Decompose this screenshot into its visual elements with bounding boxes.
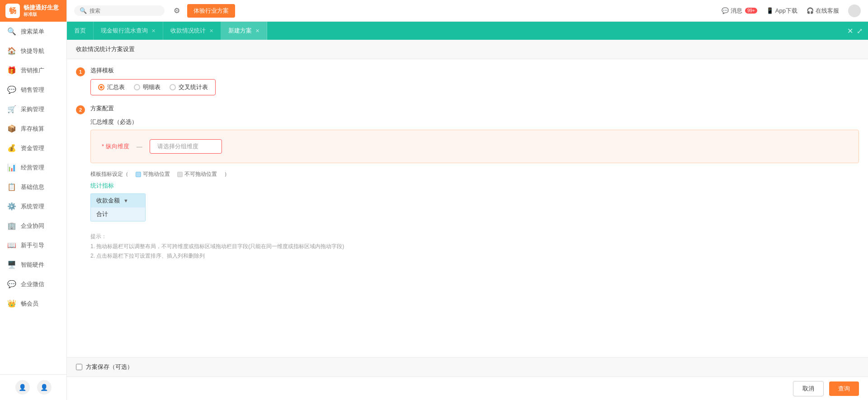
sidebar-item-guide[interactable]: 📖 新手引导: [0, 235, 66, 255]
sidebar-item-corp[interactable]: 🏢 企业协同: [0, 216, 66, 235]
sidebar-item-inventory[interactable]: 📦 库存核算: [0, 119, 66, 138]
sidebar-item-hardware[interactable]: 🖥️ 智能硬件: [0, 255, 66, 274]
sidebar-item-search-menu[interactable]: 🔍 搜索菜单: [0, 22, 66, 41]
sidebar-item-label: 系统管理: [21, 202, 44, 211]
query-button[interactable]: 查询: [829, 381, 859, 396]
marketing-icon: 🎁: [7, 66, 16, 75]
template-radio-group: 汇总表 明细表 交叉统计表: [98, 83, 208, 91]
sidebar-item-label: 基础信息: [21, 183, 44, 191]
sidebar-item-label: 销售管理: [21, 86, 44, 94]
cancel-button[interactable]: 取消: [793, 381, 824, 396]
tab-home[interactable]: 首页: [67, 22, 94, 40]
tab-expand-icon[interactable]: ⤢: [857, 27, 863, 35]
step1-number: 1: [76, 67, 85, 76]
fixed-label: 不可拖动位置: [184, 170, 217, 178]
corp-icon: 🏢: [7, 221, 16, 230]
tab-bank-flow[interactable]: 现金银行流水查询 ✕: [94, 22, 163, 40]
sidebar-item-label: 畅会员: [21, 300, 38, 308]
logo-name: 畅捷通好生意: [24, 4, 59, 11]
dimension-select[interactable]: 请选择分组维度: [150, 139, 222, 154]
metrics-legend: 模板指标设定（ 可拖动位置 不可拖动位置 ）: [90, 170, 859, 178]
metrics-table: 收款金额 ▼ 合计: [90, 193, 146, 221]
radio-detail[interactable]: 明细表: [134, 83, 160, 91]
save-checkbox[interactable]: [76, 364, 82, 370]
tab-bank-flow-label: 现金银行流水查询: [101, 27, 148, 35]
message-item[interactable]: 💬 消息 99+: [722, 7, 757, 15]
search-bar[interactable]: 🔍: [74, 5, 165, 16]
tab-close-all-icon[interactable]: ✕: [847, 27, 853, 35]
radio-cross[interactable]: 交叉统计表: [170, 83, 208, 91]
radio-detail-label: 明细表: [143, 83, 160, 91]
service-item[interactable]: 🎧 在线客服: [807, 7, 839, 15]
tips-item-2: 2. 点击标题栏下拉可设置排序、插入列和删除列: [90, 253, 205, 259]
vertical-dimension-label: * 纵向维度: [102, 142, 129, 151]
guide-icon: 📖: [7, 241, 16, 249]
service-label: 在线客服: [816, 7, 839, 15]
sidebar-bottom: 👤 👤: [0, 374, 66, 400]
search-input[interactable]: [90, 8, 153, 14]
draggable-label: 可拖动位置: [143, 170, 170, 178]
sidebar-item-sales[interactable]: 💬 销售管理: [0, 80, 66, 99]
sidebar-item-wechat[interactable]: 💬 企业微信: [0, 274, 66, 294]
sidebar-item-marketing[interactable]: 🎁 营销推广: [0, 61, 66, 80]
purchase-icon: 🛒: [7, 105, 16, 113]
topbar-right: 💬 消息 99+ 📱 App下载 🎧 在线客服: [722, 5, 861, 17]
tab-collection-stats-label: 收款情况统计: [170, 27, 206, 35]
sidebar-item-quick-nav[interactable]: 🏠 快捷导航: [0, 41, 66, 61]
settings-icon[interactable]: ⚙: [174, 6, 180, 15]
sidebar-avatar-2[interactable]: 👤: [37, 380, 52, 395]
fixed-dot: [177, 172, 183, 177]
sidebar-item-label: 经营管理: [21, 164, 44, 172]
page-title: 收款情况统计方案设置: [67, 40, 868, 59]
sidebar-item-label: 库存核算: [21, 125, 44, 133]
user-avatar[interactable]: [848, 5, 861, 17]
sidebar-item-label: 企业协同: [21, 222, 44, 230]
legend-draggable: 可拖动位置: [136, 170, 170, 178]
sidebar-item-purchase[interactable]: 🛒 采购管理: [0, 99, 66, 119]
radio-summary[interactable]: 汇总表: [98, 83, 125, 91]
tab-collection-stats[interactable]: 收款情况统计 ✕: [163, 22, 221, 40]
industry-plan-button[interactable]: 体验行业方案: [187, 4, 235, 18]
tab-collection-stats-close[interactable]: ✕: [209, 28, 213, 34]
step1-content: 选择模板 汇总表 明细表: [90, 66, 859, 95]
radio-cross-label: 交叉统计表: [179, 83, 208, 91]
basic-icon: 📋: [7, 183, 16, 191]
tabbar: 首页 现金银行流水查询 ✕ 收款情况统计 ✕ 新建方案 ✕ ✕ ⤢: [67, 22, 868, 40]
logo-edition: 标准版: [24, 11, 59, 18]
metrics-header-label: 收款金额: [96, 197, 120, 205]
radio-summary-label: 汇总表: [107, 83, 125, 91]
tab-new-plan-close[interactable]: ✕: [255, 28, 259, 34]
metrics-table-header[interactable]: 收款金额 ▼: [91, 194, 145, 207]
metrics-section: 模板指标设定（ 可拖动位置 不可拖动位置 ）: [90, 170, 859, 223]
search-menu-icon: 🔍: [7, 27, 16, 36]
main-area: 🔍 ⚙ 体验行业方案 💬 消息 99+ 📱 App下载 🎧 在线客服 首页: [67, 0, 868, 400]
download-item[interactable]: 📱 App下载: [766, 7, 797, 15]
tips-title: 提示：: [90, 233, 107, 240]
save-section: 方案保存（可选）: [67, 357, 868, 376]
metrics-section-prefix: 模板指标设定（: [90, 170, 128, 178]
sidebar-item-label: 资金管理: [21, 144, 44, 152]
config-section: 汇总维度（必选） * 纵向维度 — 请选择分组维度 模板指标设定（: [90, 118, 859, 261]
tab-bank-flow-close[interactable]: ✕: [151, 28, 156, 34]
logo-icon: 畅: [5, 4, 20, 18]
sidebar-item-label: 采购管理: [21, 105, 44, 113]
finance-icon: 💰: [7, 144, 16, 152]
sidebar: 畅 畅捷通好生意 标准版 🔍 搜索菜单 🏠 快捷导航 🎁 营销推广 💬 销售管理…: [0, 0, 67, 400]
sidebar-item-member[interactable]: 👑 畅会员: [0, 294, 66, 313]
tab-new-plan[interactable]: 新建方案 ✕: [221, 22, 267, 40]
sidebar-avatar-1[interactable]: 👤: [15, 380, 30, 395]
dimension-area: * 纵向维度 — 请选择分组维度: [90, 130, 859, 163]
radio-detail-circle: [134, 84, 140, 90]
metrics-dropdown-icon[interactable]: ▼: [123, 198, 128, 203]
sidebar-item-finance[interactable]: 💰 资金管理: [0, 138, 66, 158]
tab-new-plan-label: 新建方案: [228, 27, 252, 35]
content-area: 收款情况统计方案设置 1 选择模板 汇总表: [67, 40, 868, 400]
sidebar-item-label: 快捷导航: [21, 47, 44, 55]
arrow: —: [137, 143, 142, 150]
page-wrapper: 收款情况统计方案设置 1 选择模板 汇总表: [67, 40, 868, 376]
sidebar-logo: 畅 畅捷通好生意 标准版: [0, 0, 66, 22]
sidebar-item-system[interactable]: ⚙️ 系统管理: [0, 197, 66, 216]
step2-number: 2: [76, 105, 85, 114]
sidebar-item-operation[interactable]: 📊 经营管理: [0, 158, 66, 177]
sidebar-item-basic[interactable]: 📋 基础信息: [0, 177, 66, 197]
